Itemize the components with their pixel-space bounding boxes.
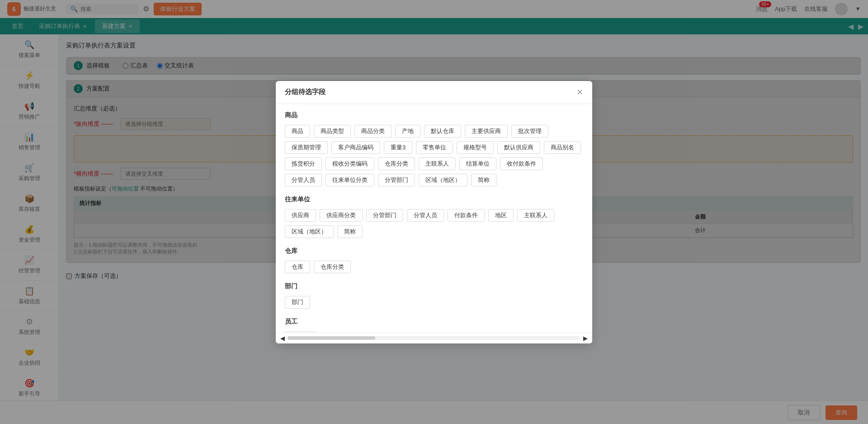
modal-body: 商品 商品 商品类型 商品分类 产地 默认仓库 主要供应商 批次管理 保质期管理… [276,104,592,333]
field-section-warehouse: 仓库 仓库 仓库分类 [285,247,583,273]
field-chips-department: 部门 [285,296,583,309]
field-chip-area[interactable]: 地区 [488,209,514,222]
field-chip-batch-management[interactable]: 批次管理 [511,125,548,138]
field-chip-warehouse-category[interactable]: 仓库分类 [378,157,415,170]
field-section-employee-title: 员工 [285,318,583,326]
field-select-modal: 分组待选字段 ✕ 商品 商品 商品类型 商品分类 产地 默认仓库 主要供应商 批… [276,81,592,343]
h-scrollbar[interactable] [288,336,580,340]
field-chip-goods-category[interactable]: 商品分类 [354,125,392,138]
field-section-warehouse-title: 仓库 [285,247,583,255]
field-section-department: 部门 部门 [285,282,583,309]
field-chip-weight3[interactable]: 重量3 [384,141,412,154]
field-chip-manage-dept[interactable]: 分管部门 [378,174,415,186]
field-chip-default-warehouse[interactable]: 默认仓库 [424,125,461,138]
field-chip-pick-points[interactable]: 拣货积分 [285,157,322,170]
field-chip-dept[interactable]: 分管部门 [366,209,403,222]
modal-close-button[interactable]: ✕ [576,87,583,97]
field-chip-warehouse-cat[interactable]: 仓库分类 [314,261,351,273]
field-chip-payment-cond[interactable]: 付款条件 [448,209,485,222]
field-chip-main-supplier[interactable]: 主要供应商 [465,125,508,138]
modal-footer-scroll: ◀ ▶ [276,333,592,343]
field-chip-short-name[interactable]: 简称 [471,174,496,186]
field-chip-goods-alias[interactable]: 商品别名 [544,141,581,154]
scroll-left-icon[interactable]: ◀ [280,335,285,342]
field-chips-counterparty: 供应商 供应商分类 分管部门 分管人员 付款条件 地区 主联系人 区域（地区） … [285,209,583,238]
field-section-department-title: 部门 [285,282,583,291]
field-chip-shelf-life[interactable]: 保质期管理 [285,141,328,154]
field-section-counterparty-title: 往来单位 [285,195,583,204]
field-chip-staff[interactable]: 分管人员 [407,209,444,222]
field-chip-region[interactable]: 区域（地区） [419,174,467,186]
field-chip-retail-unit[interactable]: 零售单位 [416,141,453,154]
field-chip-warehouse[interactable]: 仓库 [285,261,310,273]
field-chip-manager[interactable]: 分管人员 [285,174,322,186]
field-chip-origin[interactable]: 产地 [395,125,420,138]
field-chip-supplier[interactable]: 供应商 [285,209,316,222]
field-section-counterparty: 往来单位 供应商 供应商分类 分管部门 分管人员 付款条件 地区 主联系人 区域… [285,195,583,238]
field-chip-spec-model[interactable]: 规格型号 [457,141,494,154]
field-chip-payment-terms[interactable]: 收付款条件 [500,157,543,170]
field-section-goods: 商品 商品 商品类型 商品分类 产地 默认仓库 主要供应商 批次管理 保质期管理… [285,111,583,186]
field-chip-default-supplier[interactable]: 默认供应商 [497,141,540,154]
field-chip-customer-code[interactable]: 客户商品编码 [331,141,380,154]
field-chip-goods[interactable]: 商品 [285,125,310,138]
scroll-right-icon[interactable]: ▶ [583,335,588,342]
field-chip-settle-unit[interactable]: 结算单位 [459,157,496,170]
field-chip-department[interactable]: 部门 [285,296,310,309]
field-section-employee: 员工 业务员 [285,318,583,333]
modal-title: 分组待选字段 [285,88,326,96]
modal-overlay: 分组待选字段 ✕ 商品 商品 商品类型 商品分类 产地 默认仓库 主要供应商 批… [0,0,868,424]
modal-header: 分组待选字段 ✕ [276,81,592,104]
field-chip-region2[interactable]: 区域（地区） [285,225,334,238]
field-chips-warehouse: 仓库 仓库分类 [285,261,583,273]
field-chip-contact[interactable]: 主联系人 [517,209,554,222]
field-chip-main-contact[interactable]: 主联系人 [419,157,456,170]
field-chip-supplier-category[interactable]: 供应商分类 [320,209,363,222]
field-chip-abbr[interactable]: 简称 [337,225,363,238]
field-chip-tax-code[interactable]: 税收分类编码 [326,157,374,170]
field-chip-counterpart-category[interactable]: 往来单位分类 [326,174,374,186]
field-chips-goods: 商品 商品类型 商品分类 产地 默认仓库 主要供应商 批次管理 保质期管理 客户… [285,125,583,186]
field-section-goods-title: 商品 [285,111,583,119]
field-chip-goods-type[interactable]: 商品类型 [314,125,351,138]
h-scrollbar-thumb [288,336,375,340]
